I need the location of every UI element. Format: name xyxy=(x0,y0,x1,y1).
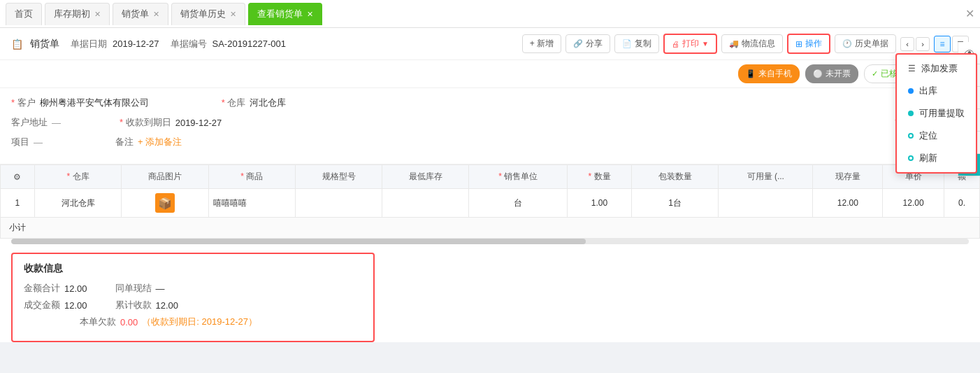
invoice-status-button[interactable]: ⚪ 未开票 xyxy=(805,64,858,83)
tab-sales-history[interactable]: 销货单历史 ✕ xyxy=(171,3,245,25)
table-wrap: ⚙ 仓库 商品图片 商品 规格型号 最低库存 销售单位 数量 包装数量 可用量 … xyxy=(0,164,980,239)
payment-row-1: 金额合计 12.00 同单现结 — xyxy=(24,282,362,295)
row-amount: 0. xyxy=(944,189,979,218)
tab-inventory-init[interactable]: 库存期初 ✕ xyxy=(45,3,110,25)
close-sales-tab[interactable]: ✕ xyxy=(153,10,159,19)
qty-extract-item[interactable]: 可用量提取 xyxy=(897,102,976,125)
row-pack-qty: 1台 xyxy=(631,189,718,218)
warehouse-field: 仓库 河北仓库 xyxy=(222,97,287,109)
col-min-stock: 最低库存 xyxy=(382,165,469,189)
col-stock: 现存量 xyxy=(813,165,883,189)
project-field: 项目 — xyxy=(11,136,43,148)
close-all-button[interactable]: ✕ xyxy=(965,7,974,20)
close-history-tab[interactable]: ✕ xyxy=(230,10,236,19)
add-invoice-icon: ☰ xyxy=(908,64,916,73)
prev-arrow[interactable]: ‹ xyxy=(900,37,914,51)
col-pack-qty: 包装数量 xyxy=(631,165,718,189)
due-date-field: 收款到期日 2019-12-27 xyxy=(120,116,222,129)
row-warehouse: 河北仓库 xyxy=(34,189,121,218)
same-order-field: 同单现结 — xyxy=(115,282,165,295)
outbound-dot xyxy=(908,88,914,94)
payment-title: 收款信息 xyxy=(24,262,362,275)
logistics-button[interactable]: 🚚 物流信息 xyxy=(721,34,783,53)
nav-arrows: ‹ › xyxy=(900,37,930,51)
note-field: 备注 + 添加备注 xyxy=(115,136,182,148)
doc-icon: 📋 xyxy=(11,38,23,50)
tab-bar: 首页 库存期初 ✕ 销货单 ✕ 销货单历史 ✕ 查看销货单 ✕ ✕ xyxy=(0,0,980,28)
col-unit: 销售单位 xyxy=(469,165,568,189)
ops-dropdown-menu: ☰ 添加发票 出库 可用量提取 定位 刷新 xyxy=(895,53,977,174)
doc-number-meta: 单据编号 SA-20191227-001 xyxy=(171,38,287,50)
row-qty: 1.00 xyxy=(568,189,632,218)
refresh-circle xyxy=(908,155,914,161)
row-product: 嘻嘻嘻嘻 xyxy=(208,189,295,218)
ops-button[interactable]: ⊞ 操作 xyxy=(787,34,830,54)
tab-sales-order[interactable]: 销货单 ✕ xyxy=(113,3,168,25)
doc-title: 销货单 xyxy=(30,38,59,50)
next-arrow[interactable]: › xyxy=(916,37,930,51)
phone-button[interactable]: 📱 来自手机 xyxy=(738,64,800,83)
form-section: 客户 柳州粤港平安气体有限公司 仓库 河北仓库 业务员 演示账号 客户地址 — … xyxy=(0,88,980,164)
tab-home[interactable]: 首页 xyxy=(6,3,42,25)
due-note: （收款到期日: 2019-12-27） xyxy=(142,316,257,328)
row-no: 1 xyxy=(1,189,35,218)
row-available xyxy=(719,189,813,218)
form-row-1: 客户 柳州粤港平安气体有限公司 仓库 河北仓库 业务员 演示账号 xyxy=(11,97,969,109)
doc-header: 📋 销货单 单据日期 2019-12-27 单据编号 SA-20191227-0… xyxy=(0,28,980,60)
col-settings[interactable]: ⚙ xyxy=(1,165,35,189)
col-available: 可用量 (... xyxy=(719,165,813,189)
row-price: 12.00 xyxy=(883,189,944,218)
row-spec xyxy=(295,189,382,218)
refresh-item[interactable]: 刷新 xyxy=(897,147,976,169)
copy-button[interactable]: 📄 复制 xyxy=(614,34,659,53)
col-warehouse: 仓库 xyxy=(34,165,121,189)
share-button[interactable]: 🔗 分享 xyxy=(565,34,610,53)
history-button[interactable]: 🕐 历史单据 xyxy=(835,34,896,53)
list-view-btn[interactable]: ≡ xyxy=(934,36,951,52)
subtotal-row: 小计 xyxy=(1,218,980,239)
tab-view-sales[interactable]: 查看销货单 ✕ xyxy=(248,3,322,25)
product-table: ⚙ 仓库 商品图片 商品 规格型号 最低库存 销售单位 数量 包装数量 可用量 … xyxy=(0,164,980,239)
toolbar-right: + 新增 🔗 分享 📄 复制 🖨 打印 ▼ 🚚 物流信息 ⊞ 操作 xyxy=(522,34,969,54)
payment-row-3: 本单欠款 0.00 （收款到期日: 2019-12-27） xyxy=(24,316,362,328)
table-header-row: ⚙ 仓库 商品图片 商品 规格型号 最低库存 销售单位 数量 包装数量 可用量 … xyxy=(1,165,980,189)
address-field: 客户地址 — xyxy=(11,116,61,129)
row-unit: 台 xyxy=(469,189,568,218)
doc-meta: 单据日期 2019-12-27 xyxy=(71,38,159,50)
col-image: 商品图片 xyxy=(122,165,208,189)
qty-extract-dot xyxy=(908,111,914,116)
scroll-thumb xyxy=(11,239,586,244)
print-button[interactable]: 🖨 打印 ▼ xyxy=(663,34,717,54)
row-min-stock xyxy=(382,189,469,218)
total-amount-field: 金额合计 12.00 xyxy=(24,282,87,295)
customer-field: 客户 柳州粤港平安气体有限公司 xyxy=(11,97,149,109)
col-qty: 数量 xyxy=(568,165,632,189)
payment-row-2: 成交金额 12.00 累计收款 12.00 xyxy=(24,299,362,311)
form-row-2: 客户地址 — 收款到期日 2019-12-27 票据类型 不开票 xyxy=(11,116,969,129)
payment-section: 收款信息 金额合计 12.00 同单现结 — 成交金额 12.00 累计收款 1… xyxy=(11,253,375,342)
close-view-sales-tab[interactable]: ✕ xyxy=(307,10,313,19)
product-thumbnail: 📦 xyxy=(155,193,175,213)
outbound-item[interactable]: 出库 xyxy=(897,80,976,102)
main-content: 📋 销货单 单据日期 2019-12-27 单据编号 SA-20191227-0… xyxy=(0,28,980,342)
form-row-3: 项目 — 备注 + 添加备注 业务员孟 — xyxy=(11,136,969,148)
col-spec: 规格型号 xyxy=(295,165,382,189)
add-note-btn[interactable]: + 添加备注 xyxy=(138,136,182,148)
close-inventory-tab[interactable]: ✕ xyxy=(94,10,101,19)
cumulative-field: 累计收款 12.00 xyxy=(115,299,179,311)
subtotal-label: 小计 xyxy=(1,218,980,239)
col-product: 商品 xyxy=(208,165,295,189)
transaction-field: 成交金额 12.00 xyxy=(24,299,87,311)
table-row: 1 河北仓库 📦 嘻嘻嘻嘻 台 1.00 1台 12.00 12.00 0. xyxy=(1,189,980,218)
locate-item[interactable]: 定位 xyxy=(897,125,976,147)
sub-toolbar: 📱 来自手机 ⚪ 未开票 ✓ 已核销 ✓ 已生效 xyxy=(0,60,980,88)
due-field: 本单欠款 0.00 （收款到期日: 2019-12-27） xyxy=(80,316,257,328)
row-image: 📦 xyxy=(122,189,208,218)
locate-circle xyxy=(908,133,914,139)
add-invoice-item[interactable]: ☰ 添加发票 xyxy=(897,57,976,80)
row-stock: 12.00 xyxy=(813,189,883,218)
new-button[interactable]: + 新增 xyxy=(522,34,561,53)
scroll-bar-area[interactable] xyxy=(11,239,969,244)
